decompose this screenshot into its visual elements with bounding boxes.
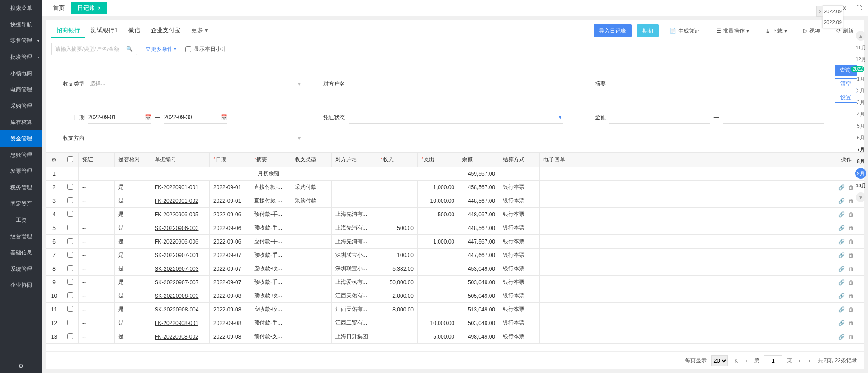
sidebar-item[interactable]: 搜索菜单 (0, 0, 42, 16)
delete-icon[interactable]: 🗑 (849, 334, 854, 340)
sidebar-item[interactable]: 采购管理 (0, 98, 42, 114)
month-item[interactable]: 10月 (855, 181, 866, 191)
sidebar-item[interactable]: 企业协同 (0, 277, 42, 293)
row-checkbox[interactable] (67, 211, 73, 217)
link-icon[interactable]: 🔗 (838, 279, 845, 286)
row-checkbox[interactable] (67, 238, 73, 244)
sidebar-item[interactable]: 固定资产 (0, 196, 42, 212)
link-icon[interactable]: 🔗 (838, 184, 845, 191)
page-tab[interactable]: 首页 (47, 2, 71, 14)
sidebar-settings[interactable]: ⚙ (0, 359, 42, 373)
month-item[interactable]: 8月 (857, 156, 864, 166)
link-icon[interactable]: 🔗 (838, 266, 845, 272)
delete-icon[interactable]: 🗑 (849, 211, 854, 218)
delete-icon[interactable]: 🗑 (849, 306, 854, 313)
show-daily-checkbox[interactable] (185, 46, 191, 52)
amount-to-input[interactable] (723, 111, 824, 124)
select-all-checkbox[interactable] (67, 156, 73, 162)
link-icon[interactable]: 🔗 (838, 211, 845, 218)
sidebar-item[interactable]: 小畅电商 (0, 65, 42, 81)
period-item[interactable]: 2022.09 (823, 17, 843, 28)
date-from-input[interactable]: 2022-09-01📅 (88, 111, 151, 124)
doc-link[interactable]: SK-20220906-003 (155, 225, 198, 231)
row-checkbox[interactable] (67, 279, 73, 285)
link-icon[interactable]: 🔗 (838, 252, 845, 258)
sidebar-item[interactable]: 税务管理 (0, 179, 42, 196)
scroll-up-button[interactable]: ▲ (856, 31, 866, 41)
row-checkbox[interactable] (67, 252, 73, 258)
doc-link[interactable]: FK-20220908-002 (155, 334, 198, 340)
direction-select[interactable]: ▾ (88, 132, 302, 144)
bank-tab[interactable]: 企业支付宝 (146, 24, 186, 38)
row-checkbox[interactable] (67, 197, 73, 203)
page-tab[interactable]: 日记账× (71, 2, 107, 14)
sidebar-item[interactable]: 工资 (0, 212, 42, 228)
bank-tab[interactable]: 更多 ▾ (186, 24, 213, 38)
delete-icon[interactable]: 🗑 (849, 252, 854, 258)
doc-link[interactable]: FK-20220901-002 (155, 198, 198, 204)
first-page-button[interactable]: K (732, 358, 740, 364)
date-to-input[interactable]: 2022-09-30📅 (164, 111, 227, 124)
doc-link[interactable]: FK-20220908-001 (155, 320, 198, 326)
last-page-button[interactable]: ›| (807, 358, 813, 364)
collapse-handle[interactable]: › (816, 6, 823, 17)
month-item[interactable]: 3月 (857, 97, 864, 107)
month-item[interactable]: 5月 (857, 121, 864, 131)
doc-link[interactable]: SK-20220907-001 (155, 252, 198, 258)
row-checkbox[interactable] (67, 320, 73, 325)
summary-input[interactable] (609, 77, 824, 90)
close-icon[interactable]: × (98, 5, 101, 11)
delete-icon[interactable]: 🗑 (849, 293, 854, 299)
sidebar-item[interactable]: 电商管理 (0, 81, 42, 98)
sidebar-item[interactable]: 快捷导航 (0, 16, 42, 33)
month-item[interactable]: 9月 (855, 168, 866, 179)
sidebar-item[interactable]: 系统管理 (0, 261, 42, 277)
month-item[interactable]: 7月 (857, 144, 864, 154)
doc-link[interactable]: SK-20220908-004 (155, 306, 198, 313)
sidebar-item[interactable]: 发票管理 (0, 163, 42, 179)
doc-link[interactable]: FK-20220906-005 (155, 211, 198, 218)
month-item[interactable]: 11月 (855, 43, 866, 53)
sidebar-item[interactable]: 批发管理▾ (0, 49, 42, 65)
bank-tab[interactable]: 测试银行1 (85, 24, 123, 38)
video-button[interactable]: ▷视频 (798, 24, 826, 37)
show-daily-subtotal[interactable]: 显示本日小计 (185, 45, 226, 53)
gen-voucher-button[interactable]: 📄生成凭证 (664, 24, 705, 37)
page-input[interactable] (764, 355, 782, 366)
bank-tab[interactable]: 招商银行 (51, 24, 85, 38)
prev-page-button[interactable]: ‹ (744, 358, 750, 364)
amount-from-input[interactable] (609, 111, 710, 124)
row-checkbox[interactable] (67, 225, 73, 230)
gear-icon[interactable]: ⚙ (52, 157, 57, 163)
sidebar-item[interactable]: 资金管理 (0, 130, 42, 147)
link-icon[interactable]: 🔗 (838, 320, 845, 326)
link-icon[interactable]: 🔗 (838, 198, 845, 204)
delete-icon[interactable]: 🗑 (849, 320, 854, 326)
doc-link[interactable]: SK-20220907-003 (155, 266, 198, 272)
row-checkbox[interactable] (67, 292, 73, 298)
sidebar-item[interactable]: 零售管理▾ (0, 33, 42, 49)
link-icon[interactable]: 🔗 (838, 225, 845, 231)
link-icon[interactable]: 🔗 (838, 334, 845, 340)
month-item[interactable]: 12月 (855, 54, 866, 64)
month-item[interactable]: 1月 (857, 74, 864, 84)
link-icon[interactable]: 🔗 (838, 306, 845, 313)
import-button[interactable]: 导入日记账 (594, 24, 632, 37)
sidebar-item[interactable]: 经营管理 (0, 228, 42, 244)
sidebar-item[interactable]: 总账管理 (0, 147, 42, 163)
doc-link[interactable]: FK-20220906-006 (155, 239, 198, 245)
month-item[interactable]: 4月 (857, 109, 864, 119)
search-icon[interactable]: 🔍 (126, 46, 133, 52)
row-checkbox[interactable] (67, 265, 73, 271)
link-icon[interactable]: 🔗 (838, 239, 845, 245)
delete-icon[interactable]: 🗑 (849, 239, 854, 245)
bank-tab[interactable]: 微信 (123, 24, 146, 38)
row-checkbox[interactable] (67, 333, 73, 339)
voucher-status-select[interactable]: ▾ (349, 111, 563, 124)
period-item[interactable]: 2022.09 (823, 6, 843, 17)
doc-link[interactable]: FK-20220901-001 (155, 184, 198, 191)
link-icon[interactable]: 🔗 (838, 293, 845, 299)
delete-icon[interactable]: 🗑 (849, 266, 854, 272)
per-page-select[interactable]: 20 (711, 355, 728, 366)
row-checkbox[interactable] (67, 306, 73, 312)
